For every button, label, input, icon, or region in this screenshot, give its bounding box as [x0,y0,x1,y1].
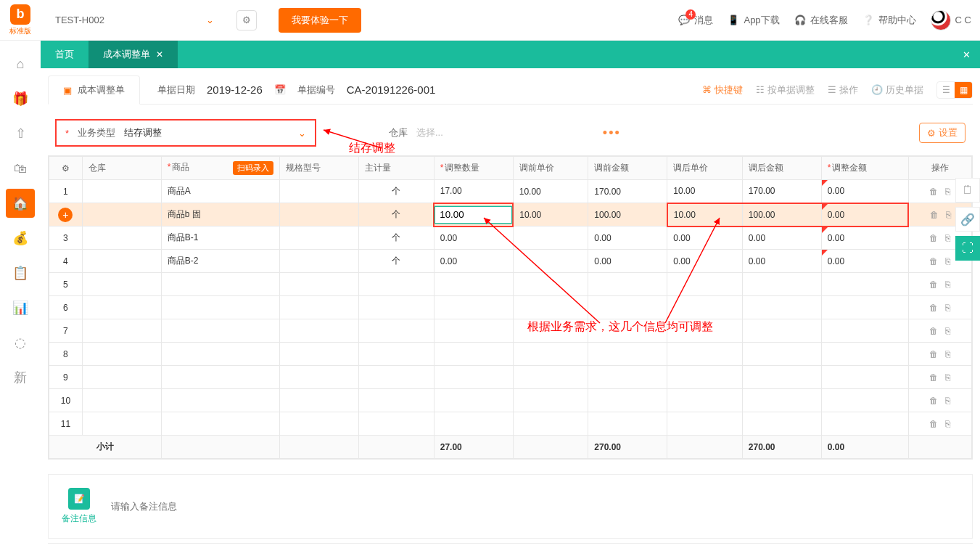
tab-home[interactable]: 首页 [41,41,88,68]
messages-button[interactable]: 💬 消息 4 [678,14,713,27]
delete-icon[interactable]: 🗑 [930,210,939,220]
remarks-input[interactable] [111,501,959,512]
app-download-button[interactable]: 📱 App下载 [728,14,779,27]
top-header: b 标准版 TEST-H002 ⌄ ⚙ 我要体验一下 💬 消息 4 📱 App下… [0,0,980,41]
col-pre-price[interactable]: 调前单价 [513,157,588,180]
table-row[interactable]: 5🗑⎘ [49,273,972,296]
copy-icon[interactable]: ⎘ [945,372,950,383]
tab-cost-adjust[interactable]: 成本调整单 ✕ [88,41,178,68]
warehouse-select[interactable]: 仓库 选择... [389,126,443,139]
table-row[interactable]: 8🗑⎘ [49,343,972,366]
shortcut-button[interactable]: ⌘ 快捷键 [702,83,743,97]
delete-icon[interactable]: 🗑 [929,279,938,290]
table-row[interactable]: 1商品A个17.0010.00170.0010.00170.000.00🗑⎘ [49,180,972,203]
col-warehouse[interactable]: 仓库 [82,157,161,180]
delete-icon[interactable]: 🗑 [929,303,938,313]
bottom-actions: 放弃 保存草稿 保存⌄ [48,543,973,551]
rail-link-icon[interactable]: 🔗 [955,207,980,232]
nav-clipboard-icon[interactable]: 📋 [6,258,35,287]
date-label: 单据日期 [157,83,195,97]
delete-icon[interactable]: 🗑 [929,256,938,266]
copy-icon[interactable]: ⎘ [945,419,950,429]
scan-button[interactable]: 扫码录入 [233,161,273,175]
delete-icon[interactable]: 🗑 [929,233,938,243]
col-post-amt[interactable]: 调后金额 [742,157,821,180]
org-select[interactable]: TEST-H002 ⌄ [55,15,229,26]
copy-icon[interactable]: ⎘ [945,349,950,359]
col-qty[interactable]: *调整数量 [434,157,513,180]
table-row[interactable]: 6🗑⎘ [49,296,972,319]
col-spec[interactable]: 规格型号 [280,157,359,180]
delete-icon[interactable]: 🗑 [929,326,938,336]
docno-value: CA-20191226-001 [347,83,436,96]
nav-up-icon[interactable]: ⇧ [6,119,35,148]
nav-new-icon[interactable]: 新 [6,363,35,392]
col-post-price[interactable]: 调后单价 [667,157,743,180]
logo: b 标准版 [0,4,41,36]
view-list-icon[interactable]: ☰ [937,82,955,98]
delete-icon[interactable]: 🗑 [929,372,938,383]
nav-report-icon[interactable]: 📊 [6,293,35,322]
annotation-text-1: 结存调整 [349,141,395,156]
history-button[interactable]: 🕘 历史单据 [871,83,923,97]
nav-sync-icon[interactable]: ◌ [6,328,35,357]
add-row-icon[interactable]: + [58,208,73,222]
copy-icon[interactable]: ⎘ [945,233,950,243]
doc-icon: ▣ [63,85,72,96]
delete-icon[interactable]: 🗑 [929,187,938,197]
table-row[interactable]: +商品b 固个10.00100.0010.00100.000.00🗑⎘ [49,203,972,226]
table-row[interactable]: 11🗑⎘ [49,412,972,436]
col-adj-amt[interactable]: *调整金额 [821,157,908,180]
table-row[interactable]: 7🗑⎘ [49,319,972,343]
docno-label: 单据编号 [297,83,335,97]
col-settings-icon[interactable]: ⚙ [49,157,83,180]
table-row[interactable]: 4商品B-2个0.000.000.000.000.00🗑⎘ [49,250,972,273]
org-settings-button[interactable]: ⚙ [236,10,257,30]
more-icon[interactable]: ••• [603,126,621,141]
date-value[interactable]: 2019-12-26 [207,83,263,96]
copy-icon[interactable]: ⎘ [946,210,951,220]
nav-home-icon[interactable]: ⌂ [6,49,35,78]
table-row[interactable]: 10🗑⎘ [49,389,972,412]
calendar-icon[interactable]: 📅 [274,84,286,95]
user-menu[interactable]: C C [931,10,971,30]
data-table: ⚙ 仓库 *商品扫码录入 规格型号 主计量 *调整数量 调前单价 调前金额 调后… [48,155,973,460]
nav-gift-icon[interactable]: 🎁 [6,84,35,113]
copy-icon[interactable]: ⎘ [945,279,950,290]
rail-note-icon[interactable]: 🗒 [955,178,980,203]
col-pre-amt[interactable]: 调前金额 [588,157,667,180]
copy-icon[interactable]: ⎘ [945,187,950,197]
logo-icon: b [10,4,30,25]
message-badge: 4 [685,9,696,20]
nav-bag-icon[interactable]: 🛍 [6,154,35,183]
table-row[interactable]: 3商品B-1个0.000.000.000.000.00🗑⎘ [49,226,972,250]
try-button[interactable]: 我要体验一下 [279,8,361,33]
customer-service-button[interactable]: 🎧 在线客服 [794,14,848,27]
operations-button[interactable]: ☰ 操作 [828,83,858,97]
table-row[interactable]: 9🗑⎘ [49,366,972,389]
help-button[interactable]: ❔ 帮助中心 [862,14,916,27]
bydoc-button[interactable]: ☷ 按单据调整 [756,83,815,97]
copy-icon[interactable]: ⎘ [945,303,950,313]
view-grid-icon[interactable]: ▦ [955,82,972,98]
qty-input[interactable] [435,206,512,224]
delete-icon[interactable]: 🗑 [929,419,938,429]
copy-icon[interactable]: ⎘ [945,256,950,266]
col-unit[interactable]: 主计量 [359,157,435,180]
tabs-close-all-button[interactable]: ✕ [952,41,980,68]
copy-icon[interactable]: ⎘ [945,326,950,336]
nav-warehouse-icon[interactable]: 🏠 [6,189,35,218]
help-icon: ❔ [862,15,874,25]
right-rail: 🗒 🔗 ⛶ [955,178,980,261]
delete-icon[interactable]: 🗑 [929,349,938,359]
rail-expand-icon[interactable]: ⛶ [955,236,980,261]
delete-icon[interactable]: 🗑 [929,396,938,406]
settings-button[interactable]: ⚙ 设置 [919,123,965,143]
business-type-select[interactable]: * 业务类型 结存调整 ⌄ [55,119,316,147]
copy-icon[interactable]: ⎘ [945,396,950,406]
tab-close-icon[interactable]: ✕ [156,49,163,60]
view-toggle[interactable]: ☰ ▦ [936,81,973,99]
doc-tab[interactable]: ▣ 成本调整单 [48,75,140,105]
col-product[interactable]: *商品扫码录入 [161,157,279,180]
nav-money-icon[interactable]: 💰 [6,224,35,253]
